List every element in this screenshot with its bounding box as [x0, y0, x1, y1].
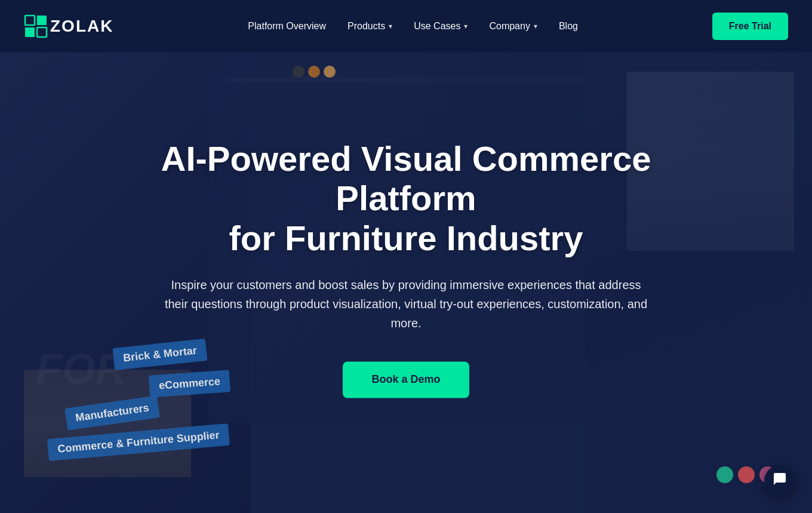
logo-icon	[24, 14, 48, 38]
hero-title: AI-Powered Visual Commerce Platform for …	[137, 139, 675, 259]
dot-red	[738, 466, 755, 483]
chat-icon	[773, 472, 787, 490]
nav-item-products[interactable]: Products ▾	[347, 21, 392, 32]
nav-link-usecases[interactable]: Use Cases ▾	[414, 21, 467, 32]
color-swatches	[293, 66, 336, 78]
svg-rect-2	[25, 27, 35, 37]
svg-rect-0	[25, 16, 35, 25]
tag-brick-mortar: Brick & Mortar	[112, 339, 207, 370]
nav-link-blog[interactable]: Blog	[559, 21, 578, 32]
logo[interactable]: ZOLAK	[24, 14, 113, 38]
tag-manufacturers: Manufacturers	[64, 395, 160, 430]
chat-bubble-button[interactable]	[764, 465, 795, 496]
logo-text: ZOLAK	[50, 17, 113, 36]
nav-item-company[interactable]: Company ▾	[489, 21, 537, 32]
nav-item-usecases[interactable]: Use Cases ▾	[414, 21, 467, 32]
hero-section: ZOLAK Platform Overview Products ▾ Use C…	[0, 0, 812, 513]
book-demo-button[interactable]: Book a Demo	[343, 361, 469, 398]
hero-subtitle: Inspire your customers and boost sales b…	[161, 275, 651, 333]
swatch-light-orange	[324, 66, 336, 78]
nav-item-platform[interactable]: Platform Overview	[248, 21, 326, 32]
chevron-down-icon-3: ▾	[534, 22, 537, 30]
swatch-orange	[308, 66, 320, 78]
tag-ecommerce: eCommerce	[149, 370, 230, 397]
swatch-dark	[293, 66, 304, 78]
nav-link-company[interactable]: Company ▾	[489, 21, 537, 32]
svg-rect-3	[37, 27, 47, 37]
chevron-down-icon: ▾	[389, 22, 392, 30]
nav-item-blog[interactable]: Blog	[559, 21, 578, 32]
nav-link-platform[interactable]: Platform Overview	[248, 21, 326, 32]
nav-link-products[interactable]: Products ▾	[347, 21, 392, 32]
dot-teal	[716, 466, 733, 483]
chevron-down-icon-2: ▾	[464, 22, 467, 30]
tag-labels: Brick & Mortar eCommerce Manufacturers C…	[30, 343, 230, 453]
navbar: ZOLAK Platform Overview Products ▾ Use C…	[0, 0, 812, 53]
nav-links: Platform Overview Products ▾ Use Cases ▾…	[248, 21, 578, 32]
free-trial-button[interactable]: Free Trial	[712, 13, 788, 40]
svg-rect-1	[37, 16, 47, 25]
